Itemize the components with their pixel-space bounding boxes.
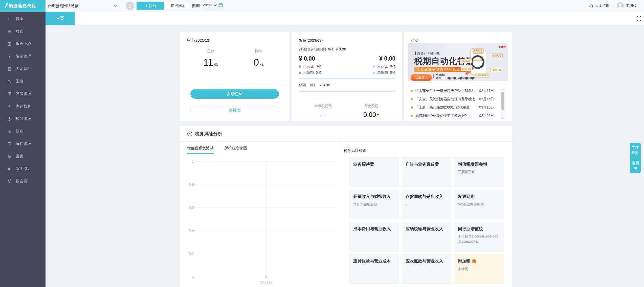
bullet-icon — [411, 90, 413, 92]
support-link[interactable]: 人工咨询 — [589, 4, 609, 8]
brand-logo[interactable]: 𝒇 畅捷通易代账 — [0, 0, 46, 12]
banner-tag: 报税问题 — [491, 54, 503, 58]
carousel-dot[interactable] — [471, 77, 474, 80]
activity-card-title: 活动 — [411, 38, 512, 43]
check-inventory-turnover[interactable]: 存货周转与销售收入- — [402, 190, 451, 219]
banner-tag: 结账问题 — [491, 68, 502, 72]
sidebar-item-report-center[interactable]: ◫报表中心 — [0, 38, 46, 50]
banner-tag: 进销台账问题 — [474, 73, 490, 77]
check-invoice-expiry[interactable]: 发票到期0张发票将要到期 — [454, 190, 504, 219]
sidebar-item-inventory[interactable]: ◰库存核算 — [0, 100, 46, 113]
check-payables-vs-cost[interactable]: 应付账款与营业成本- — [349, 254, 399, 284]
carousel-dot[interactable] — [448, 77, 451, 80]
switch-old-version-button[interactable]: 切到旧版 — [167, 2, 189, 10]
voucher-total-value: 11 — [203, 57, 213, 68]
risk-check-title: 税务风险检查 — [344, 148, 510, 153]
sidebar-item-fixed-assets[interactable]: ▦固定资产 — [0, 63, 46, 75]
sidebar-item-beginner-guide[interactable]: ▶新手引导 — [0, 163, 46, 175]
invoice-card: 发票(2023/03) 进项(含运输服务) 0张 ¥ 0.00 ¥ 0.00 ¥… — [292, 32, 402, 121]
check-vat-invoice-surge[interactable]: 增值税发票突增开票量正常 — [454, 157, 504, 187]
check-receivables-vs-revenue[interactable]: 应收账款与营业收入- — [402, 254, 451, 284]
invoice-input-line: 进项(含运输服务) 0张 ¥ 0.00 — [299, 47, 395, 52]
banner-brand-logo: 畅捷通 — [499, 45, 506, 49]
fullscreen-icon[interactable] — [636, 16, 641, 21]
banner-cta-button[interactable]: 点击进入 — [411, 74, 432, 81]
check-entertainment-expense[interactable]: 业务招待费- — [349, 157, 399, 187]
balance-sheet-button[interactable]: 余额表 — [190, 106, 279, 115]
promo-banner[interactable]: 畅捷通 好会计 / 易代账 税期自动化答疑 可自主解决税期80%以上问题 点击进… — [408, 43, 508, 81]
invoice-status-rows: 已认证0张 已抵扣0张 未认证0张 未抵扣0张 — [299, 64, 395, 75]
check-advertising-expense[interactable]: 广告与业务宣传费- — [402, 157, 451, 187]
carousel-dot[interactable] — [454, 77, 456, 80]
carousel-dot[interactable] — [442, 77, 445, 80]
ledger-icon: ▤ — [7, 29, 12, 34]
scroll-down-icon[interactable]: ▼ — [501, 117, 505, 120]
svg-text:0: 0 — [192, 275, 194, 279]
news-item[interactable]: 「安全」关闭浏览器自动退出登录状态02月16日 — [411, 95, 494, 103]
scroll-up-icon[interactable]: ▲ — [501, 88, 505, 91]
notepad-icon[interactable] — [126, 2, 134, 10]
support-label: 人工咨询 — [595, 4, 609, 8]
uncertified-row: 未认证0张 — [373, 64, 395, 69]
check-surtax[interactable]: 附加税! 未计提 — [454, 254, 504, 284]
tab-bar: 首页 — [46, 12, 644, 25]
sidebar-item-archive[interactable]: ⊟归档管理 — [0, 138, 46, 150]
news-item[interactable]: 快来薅羊毛！一键报税免费使用365天...02月17日 — [411, 87, 494, 95]
news-item[interactable]: 如何利用企业微信快速下发数据?02月05日 — [411, 112, 494, 120]
sidebar-item-payroll[interactable]: ✎工资 — [0, 75, 46, 88]
play-icon: ▶ — [7, 166, 12, 171]
news-scrollbar[interactable]: ▲ ▼ — [501, 88, 505, 120]
sidebar-item-tax-management[interactable]: ◎税务管理 — [0, 113, 46, 125]
sidebar-item-funds[interactable]: ¥资金管理 — [0, 50, 46, 63]
svg-text:0.6: 0.6 — [189, 205, 194, 210]
invoice-icon: ⊞ — [7, 91, 12, 96]
banner-tag: 报表问题 — [472, 48, 484, 53]
certified-amount: ¥ 0.00 — [299, 55, 315, 62]
pc-client-button[interactable]: 电脑端 — [630, 158, 641, 173]
sidebar-item-home[interactable]: ⌂首页 — [0, 13, 46, 25]
divider — [341, 142, 341, 287]
voucher-card: 凭证(2021/12) 总数 11张 附件 0张 新增凭证 余额表 — [180, 32, 289, 121]
sidebar-item-closing[interactable]: ⊡结账 — [0, 125, 46, 138]
building-icon: ▦ — [7, 66, 12, 71]
period-picker[interactable]: 2023-02 — [202, 3, 224, 9]
tab-income-tax[interactable]: 所得税变化图 — [224, 146, 247, 154]
tab-vat-burden[interactable]: 增值税税负波动 — [187, 146, 214, 154]
sidebar-item-general-ledger[interactable]: ▤总账 — [0, 25, 46, 38]
risk-section-title: 税务风险分析 — [195, 131, 222, 137]
svg-text:0.2: 0.2 — [189, 251, 194, 256]
sidebar-item-member[interactable]: Ⅴ畅会员 — [0, 175, 46, 188]
import-accounts-button[interactable]: 立即导账 — [630, 143, 641, 158]
top-bar: 𝒇 畅捷通易代账 勿删新锐网络通信 工作台 切到旧版 账期 2023-02 人工… — [0, 0, 644, 12]
input-progress-bar — [299, 78, 395, 79]
check-industry-vat[interactable]: 同行业增值税本月税负0.00%低于行业税负1.360000% — [454, 222, 504, 252]
carousel-dot[interactable] — [459, 77, 462, 80]
vat-burden-chart: 00.20.40.60.81202112 — [187, 155, 339, 285]
invoice-card-title: 发票(2023/03) — [299, 38, 395, 43]
scrollbar-thumb[interactable] — [501, 92, 504, 110]
certified-row: 已认证0张 — [299, 64, 321, 69]
risk-check-grid: 业务招待费- 广告与业务宣传费- 增值税发票突增开票量正常 开票收入与财报收入本… — [349, 157, 504, 284]
home-icon: ⌂ — [7, 16, 12, 21]
add-voucher-button[interactable]: 新增凭证 — [190, 89, 279, 99]
uncertified-amount: ¥ 0.00 — [379, 55, 395, 62]
check-cost-vs-revenue[interactable]: 成本费用与营业收入- — [349, 222, 399, 252]
sidebar-item-invoice-management[interactable]: ⊞发票管理 — [0, 88, 46, 100]
news-item[interactable]: 「上新」易代账20230314迭代更新03月16日 — [411, 103, 494, 112]
carousel-dot[interactable] — [465, 77, 468, 80]
sidebar-item-settings[interactable]: ⚙设置 — [0, 150, 46, 163]
deducted-row: 已抵扣0张 — [299, 70, 321, 75]
invoice-amounts: ¥ 0.00 ¥ 0.00 — [299, 55, 395, 62]
undeducted-row: 未抵扣0张 — [373, 70, 395, 75]
calendar-icon — [218, 3, 223, 7]
brand-name: 畅捷通易代账 — [9, 3, 36, 9]
risk-header: 税务风险分析 — [180, 126, 512, 142]
check-tax-payable-vs-revenue[interactable]: 应纳税额与营业收入- — [402, 222, 451, 252]
tab-home[interactable]: 首页 — [46, 12, 75, 25]
gear-icon: ⚙ — [7, 154, 12, 159]
user-menu[interactable]: 李四代 — [617, 2, 636, 9]
company-selector[interactable]: 勿删新锐网络通信 — [48, 2, 119, 10]
workbench-button[interactable]: 工作台 — [137, 2, 164, 10]
svg-text:1: 1 — [192, 159, 194, 163]
check-invoiced-vs-reported-income[interactable]: 开票收入与财报收入本月无销项发票 — [349, 190, 399, 219]
